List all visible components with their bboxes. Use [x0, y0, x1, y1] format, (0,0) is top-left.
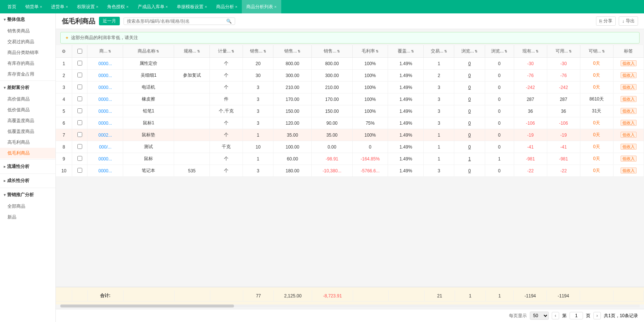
sidebar-group-overall[interactable]: ▾ 整体信息: [0, 13, 55, 26]
th-sales-qty[interactable]: 销售...⇅: [243, 45, 273, 58]
sidebar-item-low-margin[interactable]: 低毛利商品: [0, 148, 55, 159]
th-sales-price[interactable]: 销售...⇅: [273, 45, 312, 58]
sidebar-item-new-products[interactable]: 新品: [0, 212, 55, 223]
row-view1[interactable]: 0: [454, 117, 485, 129]
row-view1[interactable]: 0: [454, 58, 485, 70]
row-select-checkbox[interactable]: [77, 168, 82, 173]
sidebar-item-high-coverage[interactable]: 高覆盖度商品: [0, 115, 55, 126]
row-select-checkbox[interactable]: [77, 108, 82, 113]
table-wrapper[interactable]: ⚙ 商...⇅ 商品名称⇅ 规格...⇅ 计量...⇅ 销售...⇅ 销售...…: [56, 45, 644, 287]
sidebar-item-traded-products[interactable]: 交易过的商品: [0, 36, 55, 47]
row-select-checkbox[interactable]: [77, 144, 82, 149]
row-view1[interactable]: 1: [454, 153, 485, 165]
row-checkbox[interactable]: [72, 82, 87, 93]
row-view1[interactable]: 0: [454, 141, 485, 153]
row-checkbox[interactable]: [72, 165, 87, 177]
sidebar-group-liquidity[interactable]: ▸ 流通性分析: [0, 160, 55, 173]
close-icon[interactable]: ×: [126, 4, 128, 9]
row-unit: 个: [210, 70, 243, 82]
nav-template[interactable]: 单据模板设置×: [172, 0, 211, 13]
th-trade[interactable]: 交易...⇅: [424, 45, 454, 58]
horizontal-scrollbar[interactable]: [60, 305, 640, 307]
close-icon[interactable]: ×: [96, 4, 98, 9]
row-select-checkbox[interactable]: [77, 85, 82, 89]
row-select-checkbox[interactable]: [77, 132, 82, 137]
th-sellable[interactable]: 可销...⇅: [580, 45, 613, 58]
sidebar-item-high-margin[interactable]: 高毛利商品: [0, 137, 55, 148]
th-gross-rate[interactable]: 毛利率⇅: [352, 45, 388, 58]
share-button[interactable]: ⎘ 分享: [596, 16, 616, 26]
row-view1[interactable]: 0: [454, 129, 485, 141]
row-checkbox[interactable]: [72, 129, 87, 141]
row-checkbox[interactable]: [72, 117, 87, 129]
close-icon[interactable]: ×: [205, 4, 207, 9]
sidebar-item-low-value[interactable]: 低价值商品: [0, 105, 55, 115]
row-checkbox[interactable]: [72, 58, 87, 70]
row-view1[interactable]: 0: [454, 105, 485, 117]
sidebar-item-low-coverage[interactable]: 低覆盖度商品: [0, 126, 55, 137]
nav-analysis[interactable]: 商品分析×: [212, 0, 242, 13]
row-checkbox[interactable]: [72, 153, 87, 165]
sidebar-item-category-rate[interactable]: 商品分类助销率: [0, 47, 55, 58]
sidebar-item-sales-products[interactable]: 销售类商品: [0, 26, 55, 36]
select-all-checkbox[interactable]: [77, 49, 82, 54]
th-current[interactable]: 现有...⇅: [514, 45, 547, 58]
row-name: 铅笔1: [123, 105, 174, 117]
nav-roles[interactable]: 角色授权×: [103, 0, 133, 13]
th-code[interactable]: 商...⇅: [87, 45, 123, 58]
search-input[interactable]: [127, 19, 226, 24]
close-icon[interactable]: ×: [40, 4, 42, 9]
sidebar-group-wealth[interactable]: ▾ 差财富分析: [0, 82, 55, 94]
th-coverage[interactable]: 覆盖...⇅: [388, 45, 424, 58]
row-tag: 低收入: [613, 58, 644, 70]
row-select-checkbox[interactable]: [77, 73, 82, 77]
nav-home[interactable]: 首页: [3, 0, 21, 13]
row-view1[interactable]: 0: [454, 70, 485, 82]
sidebar-item-stock-capital[interactable]: 库存资金占用: [0, 69, 55, 80]
th-sales-amount[interactable]: 销售...⇅: [311, 45, 352, 58]
row-checkbox[interactable]: [72, 105, 87, 117]
row-select-checkbox[interactable]: [77, 120, 82, 125]
row-checkbox[interactable]: [72, 141, 87, 153]
search-icon[interactable]: 🔍: [226, 19, 232, 24]
row-checkbox[interactable]: [72, 70, 87, 82]
th-checkbox[interactable]: [72, 45, 87, 58]
row-view1[interactable]: 0: [454, 93, 485, 105]
filter-button[interactable]: 近一月: [99, 17, 120, 25]
th-tag[interactable]: 标签: [613, 45, 644, 58]
row-checkbox[interactable]: [72, 93, 87, 105]
export-button[interactable]: ↓ 导出: [619, 16, 638, 26]
nav-purchase[interactable]: 进货单×: [47, 0, 72, 13]
nav-sales[interactable]: 销货单×: [21, 0, 47, 13]
sidebar-item-stock-products[interactable]: 有库存的商品: [0, 58, 55, 69]
sidebar-group-marketing[interactable]: ▾ 营销推广分析: [0, 189, 55, 201]
th-view1[interactable]: 浏览...⇅: [454, 45, 485, 58]
row-select-checkbox[interactable]: [77, 156, 82, 161]
th-unit[interactable]: 计量...⇅: [210, 45, 243, 58]
th-name[interactable]: 商品名称⇅: [123, 45, 174, 58]
sidebar-item-all-products[interactable]: 全部商品: [0, 201, 55, 212]
scrollbar-thumb[interactable]: [60, 305, 234, 307]
row-select-checkbox[interactable]: [77, 61, 82, 66]
close-icon[interactable]: ×: [65, 4, 68, 9]
page-size-select[interactable]: 50 100 200: [530, 312, 549, 320]
row-view1[interactable]: 0: [454, 165, 485, 177]
th-view2[interactable]: 浏览...⇅: [485, 45, 514, 58]
sidebar-group-growth[interactable]: ▸ 成长性分析: [0, 175, 55, 187]
nav-analysis-list[interactable]: 商品分析列表×: [242, 0, 281, 13]
nav-permissions[interactable]: 权限设置×: [73, 0, 103, 13]
close-icon[interactable]: ×: [235, 4, 237, 9]
row-select-checkbox[interactable]: [77, 96, 82, 101]
page-number-input[interactable]: [570, 312, 583, 319]
prev-page-button[interactable]: ‹: [552, 312, 559, 319]
row-view1[interactable]: 0: [454, 82, 485, 93]
sidebar-item-high-value[interactable]: 高价值商品: [0, 94, 55, 105]
row-coverage: 1.49%: [388, 105, 424, 117]
th-available[interactable]: 可用...⇅: [547, 45, 580, 58]
close-icon[interactable]: ×: [166, 4, 168, 9]
nav-products[interactable]: 产成品入库单×: [133, 0, 172, 13]
th-spec[interactable]: 规格...⇅: [174, 45, 210, 58]
close-icon[interactable]: ×: [274, 4, 276, 9]
th-settings[interactable]: ⚙: [56, 45, 72, 58]
next-page-button[interactable]: ›: [593, 312, 601, 319]
